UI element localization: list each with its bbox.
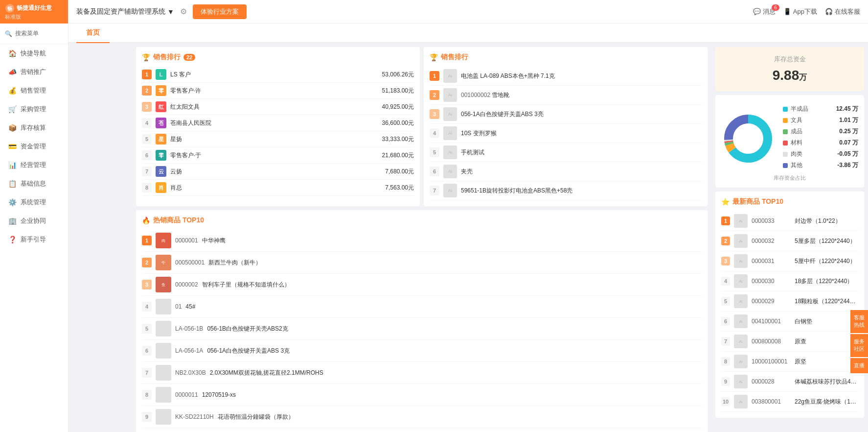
float-btn-community[interactable]: 服务 社区 xyxy=(850,334,868,357)
search-icon: 🔍 xyxy=(5,30,12,37)
avatar: 星 xyxy=(156,134,166,144)
product-name: 花语萌恒温分鐘罐袋（厚款） xyxy=(218,413,702,421)
customer-name: 零售客户·许 xyxy=(170,87,378,95)
enterprise-icon: 🏢 xyxy=(8,216,17,225)
system-title-dropdown[interactable]: 装备及固定资产辅助管理系统 ▼ xyxy=(76,7,174,16)
list-item: 6 LA-056-1A 056-1A白色按键开关盖ABS 3克 xyxy=(142,340,702,362)
rank-badge: 8 xyxy=(142,390,152,400)
rank-badge: 5 xyxy=(430,147,439,157)
product-code: 10000100001 xyxy=(752,358,791,365)
notifications-btn[interactable]: 💬 消息 6 xyxy=(753,7,776,16)
legend-item: 半成品 12.45 万 xyxy=(783,105,858,113)
legend-name: 成品 xyxy=(791,127,836,136)
chevron-down-icon: ▼ xyxy=(167,8,174,16)
main-area: 装备及固定资产辅助管理系统 ▼ ⚙ 体验行业方案 💬 消息 6 📱 App下载 … xyxy=(69,0,868,432)
search-menu-label: 搜索菜单 xyxy=(15,29,39,38)
product-name: 智利车子里（规格不知道填什么） xyxy=(202,281,702,289)
tab-home[interactable]: 首页 xyxy=(76,24,110,43)
product-img xyxy=(156,299,171,314)
rank-badge: 7 xyxy=(721,337,730,346)
logo-icon: 畅 xyxy=(5,3,15,13)
table-row: 8 肖 肖总 7,563.00元 xyxy=(142,180,414,196)
bell-icon: 💬 xyxy=(753,8,761,15)
customer-amount: 33,333.00元 xyxy=(382,135,414,144)
sidebar-item-guide[interactable]: ❓ 新手引导 xyxy=(0,230,68,249)
legend-value: 0.25 万 xyxy=(839,127,858,136)
legend-name: 材料 xyxy=(791,139,836,147)
rank-badge: 3 xyxy=(142,102,152,112)
customers-title-text: 销售排行 xyxy=(153,53,181,62)
sidebar-item-basic[interactable]: 📋 基础信息 xyxy=(0,174,68,193)
product-name: 新西兰牛肉（新牛） xyxy=(208,259,702,267)
top-customers-title: 🏆 销售排行 22 xyxy=(142,53,414,62)
product-img xyxy=(156,343,171,359)
product-code: NB2.0X30B xyxy=(175,369,206,376)
sidebar-item-quick-nav[interactable]: 🏠 快捷导航 xyxy=(0,44,68,63)
legend-value: -3.86 万 xyxy=(837,161,858,169)
app-download-btn[interactable]: 📱 App下载 xyxy=(783,7,817,16)
sidebar-item-enterprise[interactable]: 🏢 企业协同 xyxy=(0,212,68,230)
sidebar-item-inventory[interactable]: 📦 库存核算 xyxy=(0,119,68,137)
sidebar-item-operation[interactable]: 📊 经营管理 xyxy=(0,156,68,174)
product-code: 01 xyxy=(175,303,182,310)
product-img: 牛 xyxy=(156,255,171,270)
product-img: Ai xyxy=(443,126,457,140)
sidebar-item-sales[interactable]: 💰 销售管理 xyxy=(0,81,68,100)
table-row: 1 L LS 客户 53,006.26元 xyxy=(142,67,414,83)
rank-badge: 6 xyxy=(142,150,152,160)
product-name: 封边带（1.0*22） xyxy=(795,217,858,225)
sidebar-item-purchase[interactable]: 🛒 采购管理 xyxy=(0,100,68,119)
list-item: 8 0000011 12070519-xs xyxy=(142,384,702,406)
table-row: 6 Ai 夹壳 xyxy=(430,162,702,181)
product-info: 手机测试 xyxy=(461,148,702,157)
new-products-list: 1 Ai 0000033 封边带（1.0*22） 2 Ai 0000032 5厘… xyxy=(721,211,858,412)
settings-icon[interactable]: ⚙ xyxy=(180,7,187,16)
avatar: 红 xyxy=(156,101,166,112)
rank-badge: 10 xyxy=(721,397,730,406)
rank-badge: 4 xyxy=(142,302,152,312)
inventory-total-value: 9.88万 xyxy=(723,68,856,83)
online-service-btn[interactable]: 🎧 在线客服 xyxy=(825,7,860,16)
product-name: 5厘多层（1220*2440） xyxy=(795,237,858,245)
trial-btn[interactable]: 体验行业方案 xyxy=(193,4,247,19)
topbar: 装备及固定资产辅助管理系统 ▼ ⚙ 体验行业方案 💬 消息 6 📱 App下载 … xyxy=(69,0,868,24)
product-img: Ai xyxy=(734,274,748,288)
logo-name: 畅捷通好生意 xyxy=(17,4,52,12)
avatar: 苍 xyxy=(156,118,166,128)
product-code: 0000030 xyxy=(752,278,791,285)
hot-products-title: 🔥 热销商品 TOP10 xyxy=(142,216,702,225)
product-code: 0000032 xyxy=(752,238,791,244)
table-row: 5 星 星扬 33,333.00元 xyxy=(142,131,414,147)
sidebar-item-marketing[interactable]: 📣 营销推广 xyxy=(0,63,68,81)
legend-name: 其他 xyxy=(791,161,834,169)
legend-value: 0.07 万 xyxy=(839,139,858,147)
search-menu-btn[interactable]: 🔍 搜索菜单 xyxy=(5,27,63,40)
unit-label: 万 xyxy=(799,73,807,81)
product-name: 45# xyxy=(185,303,702,310)
product-name: 056-1B白色按键开关壳ABS2克 xyxy=(207,325,702,333)
product-img: Ai xyxy=(443,184,457,197)
list-item: 10 Ai 003800001 22g鱼豆腐·烧烤味（1*12*20） xyxy=(721,392,858,412)
customers-count-badge: 22 xyxy=(183,54,195,61)
product-img: Ai xyxy=(443,165,457,178)
sidebar-item-finance[interactable]: 💳 资金管理 xyxy=(0,137,68,156)
rank-badge: 6 xyxy=(142,346,152,356)
trophy-icon: 🏆 xyxy=(142,53,150,61)
product-code: 0000029 xyxy=(752,298,791,305)
product-code: 004100001 xyxy=(752,318,791,325)
float-btn-live[interactable]: 直播 xyxy=(850,358,868,373)
sidebar-item-system[interactable]: ⚙️ 系统管理 xyxy=(0,193,68,212)
rank-badge: 1 xyxy=(430,71,439,81)
product-img xyxy=(156,321,171,336)
content-tabs: 首页 xyxy=(69,24,868,43)
table-row: 7 云 云扬 7,680.00元 xyxy=(142,164,414,180)
list-item: 1 Ai 0000033 封边带（1.0*22） xyxy=(721,211,858,231)
product-name: 2.0X30MM双搓花轴,搓花直径2.1MM/ROHS xyxy=(210,369,702,377)
float-btn-service[interactable]: 客服 热线 xyxy=(850,310,868,333)
sidebar-item-label: 营销推广 xyxy=(21,68,46,76)
legend-value: -0.05 万 xyxy=(837,150,858,158)
rank-badge: 2 xyxy=(142,86,152,96)
sidebar-search-area[interactable]: 🔍 搜索菜单 xyxy=(0,24,68,44)
sidebar-item-label: 系统管理 xyxy=(21,198,46,207)
legend-name: 半成品 xyxy=(791,105,833,113)
